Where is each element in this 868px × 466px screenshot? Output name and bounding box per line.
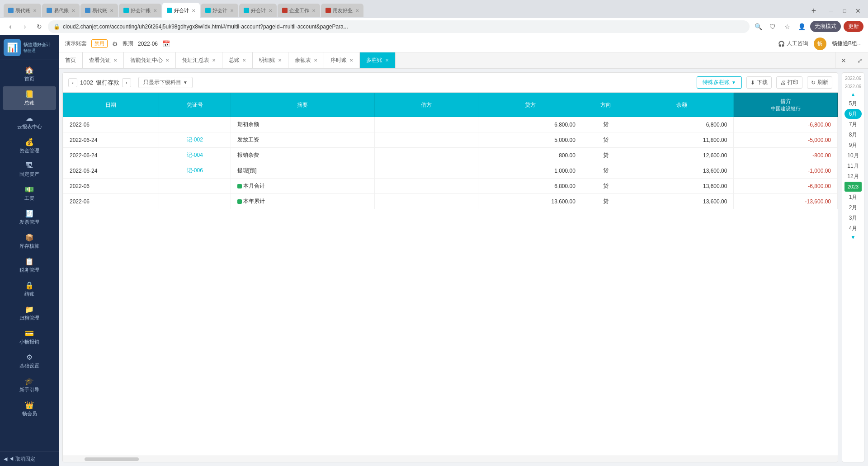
browser-tab-t5[interactable]: 好会计✕ <box>162 3 200 18</box>
month-item[interactable]: 1月 <box>844 192 862 202</box>
app-tab-multi-col[interactable]: 多栏账✕ <box>360 52 396 69</box>
browser-tab-t9[interactable]: 用友好业✕ <box>321 4 363 17</box>
app-tab-home[interactable]: 首页 <box>59 52 83 69</box>
app-tab-journal[interactable]: 序时账✕ <box>324 52 360 69</box>
close-button[interactable]: ✕ <box>852 5 864 16</box>
sidebar-item-fixed-assets[interactable]: 🏗固定资产 <box>3 158 56 181</box>
app-tab-smart-voucher[interactable]: 智能凭证中心✕ <box>124 52 176 69</box>
expand-tab-btn[interactable]: ⤢ <box>852 52 868 69</box>
tab-close-icon[interactable]: ✕ <box>165 58 169 63</box>
close-tab-btn[interactable]: ✕ <box>835 52 852 69</box>
sidebar-item-guide[interactable]: 🎓新手引导 <box>3 373 56 397</box>
nav-prev-account[interactable]: ‹ <box>68 78 77 87</box>
month-item[interactable]: 2月 <box>844 202 862 212</box>
year-badge[interactable]: 2023 <box>844 182 862 192</box>
sidebar-item-cloud-report[interactable]: ☁云报表中心 <box>3 110 56 134</box>
stealth-mode-btn[interactable]: 无痕模式 <box>810 21 841 32</box>
sidebar-item-tax[interactable]: 📋税务管理 <box>3 254 56 277</box>
settings-icon[interactable]: ⚙ <box>112 40 118 47</box>
maximize-button[interactable]: □ <box>838 5 851 16</box>
app-tab-detail[interactable]: 明细账✕ <box>253 52 288 69</box>
tab-close-icon[interactable]: ✕ <box>314 58 317 63</box>
month-scroll-down[interactable]: ▼ <box>846 234 860 241</box>
search-icon-btn[interactable]: 🔍 <box>752 21 764 33</box>
voucher-link[interactable]: 记-004 <box>187 152 203 158</box>
sidebar-item-invoice[interactable]: 🧾发票管理 <box>3 206 56 229</box>
refresh-btn[interactable]: ↻ 刷新 <box>807 76 832 89</box>
tab-close-icon[interactable]: ✕ <box>113 58 117 63</box>
sidebar-footer[interactable]: ◀ ◀ 取消固定 <box>0 452 59 466</box>
tab-close-icon[interactable]: ✕ <box>349 58 353 63</box>
month-item[interactable]: 8月 <box>844 130 862 140</box>
browser-tab-t4[interactable]: 好会计账✕ <box>119 4 161 17</box>
sidebar-item-salary[interactable]: 💵工资 <box>3 182 56 205</box>
tab-close-icon[interactable]: ✕ <box>230 8 234 13</box>
tab-close-icon[interactable]: ✕ <box>192 8 195 13</box>
horizontal-scrollbar-thumb[interactable] <box>85 457 139 461</box>
nav-back[interactable]: ‹ <box>5 21 16 33</box>
browser-tab-t7[interactable]: 好会计✕ <box>239 4 277 17</box>
month-scroll-up[interactable]: ▲ <box>846 91 860 98</box>
sidebar-item-funds[interactable]: 💰资金管理 <box>3 134 56 158</box>
minimize-button[interactable]: ─ <box>825 5 837 16</box>
tab-close-icon[interactable]: ✕ <box>278 58 282 63</box>
sidebar-item-inventory[interactable]: 📦库存核算 <box>3 230 56 253</box>
month-item[interactable]: 12月 <box>844 171 862 181</box>
update-btn[interactable]: 更新 <box>844 21 863 32</box>
voucher-link[interactable]: 记-002 <box>187 137 203 143</box>
sidebar-item-close[interactable]: 🔒结账 <box>3 278 56 301</box>
month-item[interactable]: 11月 <box>844 161 862 171</box>
month-item[interactable]: 10月 <box>844 151 862 160</box>
app-tab-voucher-summary[interactable]: 凭证汇总表✕ <box>176 52 222 69</box>
tab-close-icon[interactable]: ✕ <box>355 8 359 13</box>
month-item[interactable]: 9月 <box>844 140 862 150</box>
voucher-link[interactable]: 记-006 <box>187 167 203 174</box>
browser-tab-t2[interactable]: 易代账✕ <box>42 4 80 17</box>
scrollbar-area[interactable] <box>63 456 838 462</box>
nav-refresh[interactable]: ↻ <box>33 21 45 33</box>
tab-close-icon[interactable]: ✕ <box>110 8 113 13</box>
month-item[interactable]: 3月 <box>844 213 862 223</box>
sidebar-item-home[interactable]: 🏠首页 <box>3 62 56 86</box>
download-btn[interactable]: ⬇ 下载 <box>746 76 772 89</box>
tab-close-icon[interactable]: ✕ <box>71 8 75 13</box>
browser-tab-t1[interactable]: 易代账✕ <box>4 4 41 17</box>
sub-filter-btn[interactable]: 只显示下级科目 ▼ <box>138 77 193 88</box>
tab-close-icon[interactable]: ✕ <box>269 8 272 13</box>
sidebar-item-vip[interactable]: 👑畅会员 <box>3 397 56 421</box>
nav-forward[interactable]: › <box>19 21 31 33</box>
sidebar-item-archive[interactable]: 📁归档管理 <box>3 301 56 325</box>
sidebar-item-label: 工资 <box>24 195 34 202</box>
browser-tab-t8[interactable]: 企业工作✕ <box>278 4 320 17</box>
consult-btn[interactable]: 🎧 人工咨询 <box>778 40 808 47</box>
bookmark-icon[interactable]: ☆ <box>781 21 793 33</box>
tab-close-icon[interactable]: ✕ <box>312 8 316 13</box>
month-item[interactable]: 4月 <box>844 223 862 233</box>
headset-icon: 🎧 <box>778 41 785 47</box>
calendar-icon[interactable]: 📅 <box>162 40 170 47</box>
tab-close-icon[interactable]: ✕ <box>385 58 389 63</box>
browser-tab-t6[interactable]: 好会计✕ <box>201 4 238 17</box>
tab-close-icon[interactable]: ✕ <box>33 8 37 13</box>
tab-close-icon[interactable]: ✕ <box>242 58 246 63</box>
browser-tab-t3[interactable]: 易代账✕ <box>80 4 118 17</box>
extension-icon[interactable]: 🛡 <box>767 21 778 33</box>
app-tab-balance[interactable]: 余额表✕ <box>288 52 324 69</box>
print-btn[interactable]: 🖨 打印 <box>776 76 802 89</box>
demo-badge[interactable]: 禁用 <box>91 39 108 48</box>
url-bar[interactable]: 🔒 cloud2.chanjet.com/accounting/uh26t264… <box>48 20 750 33</box>
multi-col-btn[interactable]: 特殊多栏账 ▼ <box>697 76 742 89</box>
tab-close-icon[interactable]: ✕ <box>212 58 216 63</box>
nav-next-account[interactable]: › <box>122 78 131 87</box>
profile-icon[interactable]: 👤 <box>796 21 807 33</box>
sidebar-item-settings[interactable]: ⚙基础设置 <box>3 349 56 373</box>
month-item[interactable]: 5月 <box>844 99 862 108</box>
month-item[interactable]: 7月 <box>844 119 862 129</box>
app-tab-vouchers[interactable]: 查看凭证✕ <box>83 52 124 69</box>
month-item[interactable]: 6月 <box>844 109 862 119</box>
sidebar-item-ledger[interactable]: 📒总账 <box>3 86 56 110</box>
new-tab-button[interactable]: + <box>807 5 820 17</box>
tab-close-icon[interactable]: ✕ <box>153 8 157 13</box>
sidebar-item-expense[interactable]: 💳小畅报销 <box>3 325 56 349</box>
app-tab-ledger[interactable]: 总账✕ <box>222 52 253 69</box>
